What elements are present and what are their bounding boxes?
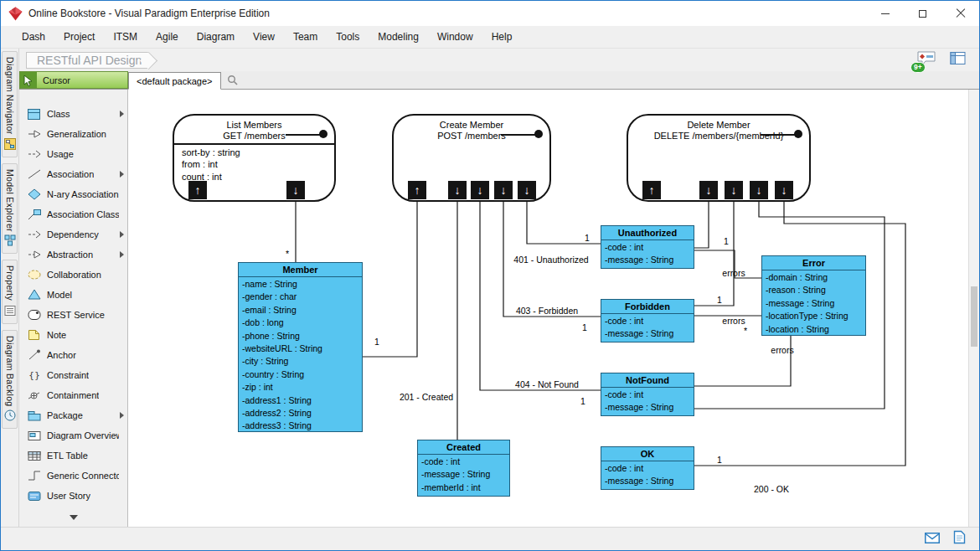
property-icon xyxy=(4,305,16,320)
response-port-icon[interactable]: ↓ xyxy=(286,181,305,199)
submenu-arrow-icon[interactable] xyxy=(120,251,124,258)
submenu-arrow-icon[interactable] xyxy=(120,171,124,178)
class-attribute: -message : String xyxy=(601,327,694,340)
palette-item-model[interactable]: Model xyxy=(19,285,127,305)
menu-item-modeling[interactable]: Modeling xyxy=(369,31,428,43)
connector-label: 1 xyxy=(585,233,590,243)
menu-item-project[interactable]: Project xyxy=(54,31,104,43)
palette-item-label: ETL Table xyxy=(47,451,88,461)
resource-indicator-line xyxy=(501,134,538,136)
diagram-tab-default-package[interactable]: <default package> xyxy=(128,72,221,90)
palette-item-abstraction[interactable]: Abstraction xyxy=(19,245,127,265)
menu-item-view[interactable]: View xyxy=(244,31,284,43)
connector-delete-to-unauthorized[interactable] xyxy=(694,202,709,248)
class-ok[interactable]: OK-code : int-message : String xyxy=(601,446,694,490)
class-attribute: -gender : char xyxy=(239,291,362,303)
menu-item-itsm[interactable]: ITSM xyxy=(104,31,147,43)
rest-resource-create-member[interactable]: Create MemberPOST /members↑↓↓↓↓ xyxy=(392,114,551,202)
class-error[interactable]: Error-domain : String-reason : String-me… xyxy=(761,255,866,336)
class-unauthorized[interactable]: Unauthorized-code : int-message : String xyxy=(601,225,694,269)
cursor-tool[interactable]: Cursor xyxy=(19,71,128,89)
palette-item-class[interactable]: Class xyxy=(19,104,127,124)
connector-create-request-to-member[interactable] xyxy=(363,202,417,357)
side-tab-diagram-navigator[interactable]: Diagram Navigator xyxy=(2,51,18,157)
class-attributes: -code : int-message : String xyxy=(601,461,694,488)
maximize-button[interactable] xyxy=(904,1,941,26)
request-port-icon[interactable]: ↑ xyxy=(188,181,207,199)
side-tab-diagram-backlog[interactable]: Diagram Backlog xyxy=(2,330,18,429)
class-notfound[interactable]: NotFound-code : int-message : String xyxy=(601,373,694,416)
submenu-arrow-icon[interactable] xyxy=(120,231,124,238)
palette-item-generalization[interactable]: Generalization xyxy=(19,124,127,144)
rest-resource-list-members[interactable]: List MembersGET /memberssort-by : string… xyxy=(173,114,336,202)
palette-item-rest-service[interactable]: REST Service xyxy=(19,305,127,325)
diagram-canvas[interactable]: List MembersGET /memberssort-by : string… xyxy=(128,90,968,527)
response-port-icon[interactable]: ↓ xyxy=(518,181,536,199)
response-port-icon[interactable]: ↓ xyxy=(750,181,768,199)
menu-item-tools[interactable]: Tools xyxy=(327,31,369,43)
response-port-icon[interactable]: ↓ xyxy=(699,181,718,199)
rest-resource-delete-member[interactable]: Delete MemberDELETE /members/{memberId}↑… xyxy=(627,114,811,202)
palette-item-dependency[interactable]: Dependency xyxy=(19,224,127,245)
class-attribute: -address3 : String xyxy=(239,420,362,432)
submenu-arrow-icon[interactable] xyxy=(120,412,124,419)
connector-notfound-to-error[interactable] xyxy=(694,336,791,386)
palette-item-generic-connector[interactable]: Generic Connector xyxy=(19,466,127,486)
abstraction-icon xyxy=(27,249,41,260)
menu-item-agile[interactable]: Agile xyxy=(147,31,188,43)
response-port-icon[interactable]: ↓ xyxy=(775,181,793,199)
palette-item-containment[interactable]: Containment xyxy=(19,385,127,405)
palette-item-association-class[interactable]: Association Class xyxy=(19,204,127,224)
palette-item-user-story[interactable]: User Story xyxy=(19,486,127,506)
containment-icon xyxy=(27,389,41,401)
palette-scroll-down[interactable] xyxy=(19,515,127,520)
response-port-icon[interactable]: ↓ xyxy=(494,181,513,199)
menu-item-window[interactable]: Window xyxy=(428,31,482,43)
menu-item-diagram[interactable]: Diagram xyxy=(188,31,244,43)
palette-item-label: Package xyxy=(47,410,83,420)
close-button[interactable] xyxy=(941,1,979,26)
menu-item-dash[interactable]: Dash xyxy=(13,31,54,43)
diagram-navigator-icon xyxy=(4,138,16,153)
class-attribute: -code : int xyxy=(601,241,694,254)
minimize-button[interactable] xyxy=(866,1,904,26)
class-member[interactable]: Member-name : String-gender : char-email… xyxy=(238,262,363,432)
panel-layout-button[interactable] xyxy=(950,51,966,69)
window-title: Online Bookstore - Visual Paradigm Enter… xyxy=(28,8,270,19)
palette-item-package[interactable]: Package xyxy=(19,405,127,425)
menu-item-team[interactable]: Team xyxy=(284,31,327,43)
palette-item-constraint[interactable]: {}Constraint xyxy=(19,365,127,385)
request-port-icon[interactable]: ↑ xyxy=(642,181,661,199)
palette-item-anchor[interactable]: Anchor xyxy=(19,345,127,365)
class-attributes: -code : int-message : String xyxy=(601,314,694,341)
notification-button[interactable]: 9+ xyxy=(916,50,936,70)
class-created[interactable]: Created-code : int-message : String-memb… xyxy=(417,440,510,497)
class-forbidden[interactable]: Forbidden-code : int-message : String xyxy=(601,299,694,342)
side-tab-label: Diagram Navigator xyxy=(5,57,15,135)
scrollbar-thumb[interactable] xyxy=(971,286,977,347)
request-port-icon[interactable]: ↑ xyxy=(408,181,426,199)
response-port-icon[interactable]: ↓ xyxy=(448,181,467,199)
side-tab-model-explorer[interactable]: Model Explorer xyxy=(2,163,18,255)
palette-item-etl-table[interactable]: ETL Table xyxy=(19,445,127,466)
user-story-icon xyxy=(27,491,41,502)
connector-create-to-notfound[interactable] xyxy=(480,202,601,390)
palette-item-diagram-overview[interactable]: Diagram Overview xyxy=(19,425,127,445)
magnifier-icon[interactable] xyxy=(227,75,238,85)
status-bar xyxy=(1,527,979,550)
response-port-icon[interactable]: ↓ xyxy=(725,181,743,199)
submenu-arrow-icon[interactable] xyxy=(120,111,124,117)
palette-item-collaboration[interactable]: Collaboration xyxy=(19,265,127,285)
scratchpad-button[interactable] xyxy=(953,530,966,548)
palette-item-usage[interactable]: Usage xyxy=(19,144,127,164)
palette-item-note[interactable]: Note xyxy=(19,325,127,345)
breadcrumb[interactable]: RESTful API Design xyxy=(26,52,148,69)
menu-item-help[interactable]: Help xyxy=(482,31,522,43)
message-button[interactable] xyxy=(925,532,940,547)
palette-item-association[interactable]: Association xyxy=(19,164,127,184)
vertical-scrollbar[interactable] xyxy=(968,90,979,527)
palette-item-n-ary-association[interactable]: N-ary Association xyxy=(19,184,127,204)
connector-delete-to-forbidden[interactable] xyxy=(694,202,734,306)
response-port-icon[interactable]: ↓ xyxy=(471,181,489,199)
side-tab-property[interactable]: Property xyxy=(2,260,18,323)
